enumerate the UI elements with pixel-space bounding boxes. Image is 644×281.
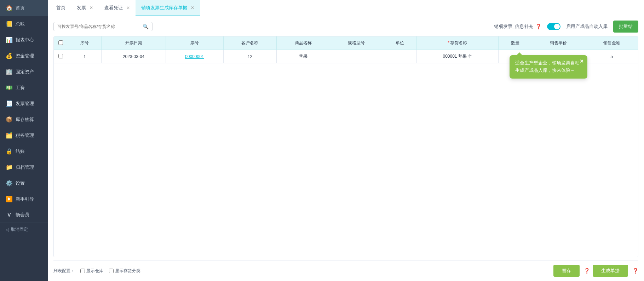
sidebar-item-ledger[interactable]: 📒 总账	[0, 16, 48, 32]
show-category-checkbox[interactable]	[109, 269, 114, 273]
col-spec: 规格型号	[330, 36, 383, 50]
invoice-icon: 🧾	[6, 100, 13, 107]
tab-voucher[interactable]: 查看凭证 ✕	[99, 0, 136, 16]
col-product: 商品名称	[277, 36, 330, 50]
ledger-icon: 📒	[6, 21, 13, 27]
sidebar-item-label: 固定资产	[16, 69, 34, 75]
archive-icon: 📁	[6, 164, 13, 171]
tab-stock-label: 销项发票生成库存单据	[141, 5, 187, 11]
funds-icon: 💰	[6, 52, 13, 59]
sidebar-item-label: 工资	[16, 85, 25, 91]
col-checkbox	[54, 36, 68, 50]
tooltip-close-button[interactable]: ✕	[580, 57, 584, 65]
sidebar-item-label: 结账	[16, 148, 25, 155]
tooltip-text: 适合生产型企业，销项发票自动生成产成品入库，快来体验～	[515, 60, 580, 73]
sidebar-item-label: 资金管理	[16, 53, 34, 59]
tab-invoice-label: 发票	[77, 5, 86, 11]
sidebar-item-closing[interactable]: 🔒 结账	[0, 143, 48, 159]
assets-icon: 🏢	[6, 68, 13, 75]
guide-icon: ▶️	[6, 196, 13, 202]
cell-seq: 1	[68, 50, 102, 63]
tab-home[interactable]: 首页	[51, 0, 71, 16]
generate-help-icon[interactable]: ❓	[632, 268, 638, 274]
closing-icon: 🔒	[6, 148, 13, 155]
sidebar-item-label: 首页	[16, 5, 25, 11]
show-warehouse-label[interactable]: 显示仓库	[80, 268, 103, 274]
col-unit: 单位	[383, 36, 417, 50]
sidebar-pin[interactable]: ◁ 取消固定	[0, 223, 48, 236]
tab-invoice-close[interactable]: ✕	[90, 5, 93, 10]
sidebar-item-funds[interactable]: 💰 资金管理	[0, 48, 48, 64]
sidebar-item-label: 库存核算	[16, 116, 34, 123]
sidebar-item-home[interactable]: 🏠 首页	[0, 0, 48, 16]
sidebar-item-payroll[interactable]: 💵 工资	[0, 80, 48, 96]
tab-bar: 首页 发票 ✕ 查看凭证 ✕ 销项发票生成库存单据 ✕	[48, 0, 644, 16]
col-customer: 客户名称	[223, 36, 276, 50]
col-amount: 销售金额	[585, 36, 638, 50]
cell-customer: 12	[223, 50, 276, 63]
cell-amount: 5	[585, 50, 638, 63]
col-number: 票号	[166, 36, 223, 50]
tab-stock-close[interactable]: ✕	[191, 5, 194, 10]
member-icon: V	[6, 212, 13, 218]
home-icon: 🏠	[6, 5, 13, 11]
sidebar-item-settings[interactable]: ⚙️ 设置	[0, 175, 48, 191]
sidebar-item-label: 设置	[16, 180, 25, 187]
tab-voucher-label: 查看凭证	[104, 5, 123, 11]
page-title-help-icon[interactable]: ❓	[535, 24, 541, 29]
tab-stock[interactable]: 销项发票生成库存单据 ✕	[136, 0, 200, 16]
main-area: 首页 发票 ✕ 查看凭证 ✕ 销项发票生成库存单据 ✕ 🔍 销项发票_信息补充 …	[48, 0, 644, 281]
invoice-number-link[interactable]: 00000001	[185, 54, 204, 59]
col-inventory: *存货名称	[416, 36, 498, 50]
sidebar-item-label: 畅会员	[16, 212, 29, 218]
show-warehouse-checkbox[interactable]	[80, 269, 85, 273]
sidebar-item-label: 税务管理	[16, 132, 34, 139]
generate-button[interactable]: 生成单据	[593, 265, 628, 277]
sidebar-item-invoice[interactable]: 🧾 发票管理	[0, 96, 48, 111]
list-config: 列表配置： 显示仓库 显示存货分类	[53, 268, 140, 274]
save-help-icon[interactable]: ❓	[584, 268, 590, 274]
sidebar-item-archive[interactable]: 📁 归档管理	[0, 159, 48, 175]
cell-checkbox[interactable]	[54, 50, 68, 63]
show-category-text: 显示存货分类	[115, 268, 140, 274]
sidebar-item-tax[interactable]: 🗂️ 税务管理	[0, 127, 48, 143]
auto-import-toggle[interactable]	[547, 23, 560, 30]
sidebar-item-label: 新手引导	[16, 196, 34, 202]
col-seq: 序号	[68, 36, 102, 50]
settings-icon: ⚙️	[6, 180, 13, 187]
cell-unit	[383, 50, 417, 63]
sidebar-item-reports[interactable]: 📊 报表中心	[0, 32, 48, 48]
search-box[interactable]: 🔍	[53, 22, 153, 31]
tab-home-label: 首页	[56, 5, 65, 11]
toolbar: 🔍 销项发票_信息补充 ❓ 启用产成品自动入库 批量结	[53, 21, 638, 33]
sidebar-item-inventory[interactable]: 📦 库存核算	[0, 111, 48, 127]
sidebar-item-assets[interactable]: 🏢 固定资产	[0, 64, 48, 80]
col-qty: 数量	[498, 36, 532, 50]
save-button[interactable]: 暂存	[553, 265, 580, 277]
page-title-label: 销项发票_信息补充 ❓	[494, 23, 541, 30]
select-all-checkbox[interactable]	[58, 40, 63, 45]
sidebar-item-label: 报表中心	[16, 37, 34, 43]
cell-number[interactable]: 00000001	[166, 50, 223, 63]
col-unit-price: 销售单价	[532, 36, 585, 50]
cell-inventory: 000001 苹果 个	[416, 50, 498, 63]
tab-invoice[interactable]: 发票 ✕	[71, 0, 99, 16]
sidebar-item-label: 归档管理	[16, 164, 34, 171]
sidebar-item-guide[interactable]: ▶️ 新手引导	[0, 191, 48, 207]
reports-icon: 📊	[6, 36, 13, 43]
cell-spec	[330, 50, 383, 63]
sidebar-item-label: 总账	[16, 21, 25, 27]
cell-date: 2023-03-04	[102, 50, 166, 63]
row-checkbox[interactable]	[58, 54, 63, 58]
inventory-icon: 📦	[6, 116, 13, 123]
search-input[interactable]	[57, 24, 143, 29]
config-label: 列表配置：	[53, 268, 75, 274]
batch-button[interactable]: 批量结	[613, 21, 638, 33]
tab-voucher-close[interactable]: ✕	[126, 5, 130, 10]
show-warehouse-text: 显示仓库	[86, 268, 103, 274]
search-icon: 🔍	[143, 24, 149, 29]
pin-label: 取消固定	[11, 226, 28, 233]
sidebar-item-member[interactable]: V 畅会员	[0, 207, 48, 223]
show-category-label[interactable]: 显示存货分类	[109, 268, 140, 274]
content-area: 🔍 销项发票_信息补充 ❓ 启用产成品自动入库 批量结	[48, 16, 644, 281]
